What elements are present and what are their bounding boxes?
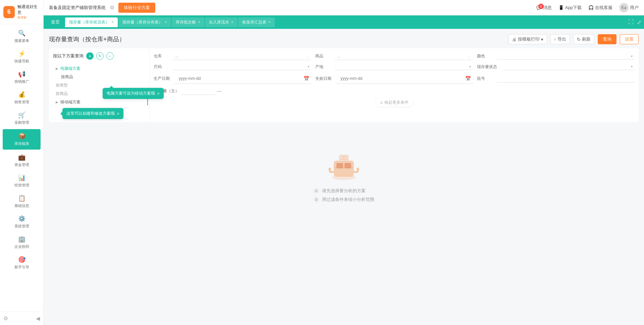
sidebar-item-finance[interactable]: 💼 资金管理: [0, 150, 43, 171]
page-title: 现存量查询（按仓库+商品）: [49, 35, 125, 43]
product-label: 商品: [315, 53, 332, 59]
empty-illustration: [324, 149, 364, 182]
main-content: 装备及固定资产辅助管理系统 ⚙ 体验行业方案 💬 6 消息 📱 App下载 🎧 …: [44, 0, 644, 325]
sidebar-item-marketing[interactable]: 📢 营销推广: [0, 67, 43, 88]
sidebar-item-system[interactable]: ⚙️ 系统管理: [0, 212, 43, 232]
select-chevron-icon: ▾: [631, 54, 633, 58]
sidebar-item-inventory[interactable]: 📦 库存核算: [3, 129, 41, 150]
box-icon: 📦: [18, 132, 25, 140]
app-download-button[interactable]: 📱 App下载: [558, 5, 582, 11]
color-select[interactable]: ▾: [496, 53, 635, 60]
gear-icon: ⚙️: [18, 215, 25, 222]
tooltip-scheme-mobile: 电脑方案可设为移动方案哦 ×: [103, 88, 164, 99]
sidebar-bottom: ⚙ ◀: [0, 312, 43, 325]
filter-size: 尺码 ▾: [154, 63, 311, 70]
calendar-icon-2[interactable]: 📅: [465, 76, 471, 81]
inv-status-chevron: ▾: [631, 65, 633, 68]
message-button[interactable]: 💬 6 消息: [536, 5, 552, 11]
export-icon: ↑: [554, 37, 556, 42]
tab-close-icon[interactable]: ×: [165, 20, 167, 24]
empty-state: ① 请先选择要分析的方案 ② 用过滤条件来缩小分析范围: [49, 122, 639, 229]
sidebar-item-guide[interactable]: 🎯 新手引导: [0, 253, 43, 273]
query-button[interactable]: 查询: [598, 34, 616, 44]
refresh-button[interactable]: ↻ 刷新: [573, 34, 594, 44]
online-support-button[interactable]: 🎧 在线客服: [588, 5, 612, 11]
filter-product: 商品 ... …: [315, 52, 473, 60]
sidebar-item-search-menu[interactable]: 🔍 搜索菜单: [0, 26, 43, 47]
sidebar-item-operations[interactable]: 📊 经营管理: [0, 171, 43, 191]
expiry-date-input[interactable]: [338, 75, 464, 82]
filter-inventory-status: 现存量状态 ▾: [477, 63, 635, 70]
arrow-scheme-button[interactable]: ←: [106, 52, 114, 60]
size-select[interactable]: ▾: [173, 63, 311, 70]
scheme-category-text: 按商品: [56, 91, 68, 97]
product-select[interactable]: ... …: [335, 52, 473, 60]
chart-icon: 📊: [18, 174, 25, 181]
tooltip-close-2-icon[interactable]: ×: [117, 111, 119, 116]
tab-close-icon[interactable]: ×: [111, 20, 114, 24]
tab-inventory-status[interactable]: 现存量（库存状况表） ×: [65, 17, 118, 27]
chevron-down-icon: ▾: [541, 37, 543, 42]
scheme-desktop-sub1[interactable]: 按商品: [53, 73, 145, 81]
scheme-mobile[interactable]: ▶ 移动端方案: [53, 98, 145, 106]
inventory-status-select[interactable]: ▾: [503, 63, 635, 70]
tab-inout-flow[interactable]: 出入库流水 ×: [205, 17, 237, 27]
batch-input[interactable]: [496, 75, 635, 83]
sidebar-item-basics[interactable]: 📋 基础信息: [0, 191, 43, 212]
building-icon: 🏢: [18, 235, 25, 243]
settings-bottom-icon[interactable]: ⚙: [3, 315, 8, 322]
export-button[interactable]: ↑ 导出: [550, 34, 570, 44]
header: 装备及固定资产辅助管理系统 ⚙ 体验行业方案 💬 6 消息 📱 App下载 🎧 …: [44, 0, 644, 15]
tip-num-1: ①: [313, 188, 319, 194]
header-right: 💬 6 消息 📱 App下载 🎧 在线客服 Ea 用户: [536, 3, 639, 12]
avatar: Ea: [619, 3, 629, 12]
tip-num-2: ②: [313, 197, 319, 203]
size-select-chevron: ▾: [308, 65, 309, 68]
scheme-desktop[interactable]: ▶ 电脑端方案: [53, 64, 145, 73]
origin-label: 产地: [315, 64, 332, 70]
sidebar-item-enterprise[interactable]: 🏢 企业协同: [0, 232, 43, 253]
refresh-scheme-button[interactable]: ↻: [96, 52, 104, 60]
add-scheme-button[interactable]: +: [86, 52, 94, 60]
user-menu[interactable]: Ea 用户: [619, 3, 639, 12]
print-button[interactable]: 🖨 按模板打印 ▾: [508, 34, 547, 44]
trial-button[interactable]: 体验行业方案: [118, 3, 155, 13]
settings-button[interactable]: 设置: [620, 34, 639, 44]
warehouse-label: 仓库: [154, 53, 170, 59]
sidebar-item-purchase[interactable]: 🛒 采购管理: [0, 108, 43, 128]
content-area: 现存量查询（按仓库+商品） 🖨 按模板打印 ▾ ↑ 导出 ↻ 刷新 查询 设置: [44, 29, 644, 325]
tab-home[interactable]: 首页: [46, 17, 64, 27]
tooltip-close-icon[interactable]: ×: [157, 91, 160, 96]
header-gear-icon[interactable]: ⚙: [110, 4, 114, 11]
sidebar-item-sales[interactable]: 💰 销售管理: [0, 88, 43, 108]
production-date-input[interactable]: [177, 75, 302, 82]
inventory-qty-from[interactable]: [182, 87, 215, 95]
production-date-input-wrap: 📅: [175, 73, 311, 84]
empty-icon-wrap: [324, 149, 364, 182]
tab-maximize-icon[interactable]: ⛶: [628, 19, 634, 25]
cart-icon: 🛒: [18, 111, 25, 119]
filter-origin: 产地 ▾: [315, 63, 473, 70]
tab-collect-summary[interactable]: 收发存汇总表 ×: [238, 17, 275, 27]
svg-point-11: [346, 157, 347, 158]
chevron-right-icon: ▶: [56, 67, 58, 70]
calendar-icon[interactable]: 📅: [304, 76, 309, 81]
warehouse-select[interactable]: ... …: [173, 52, 311, 60]
printer-icon: 🖨: [512, 37, 517, 42]
sidebar-logo-text: 畅通道好生意 标准版: [17, 4, 40, 20]
clipboard-icon: 📋: [18, 195, 25, 202]
origin-select[interactable]: ▾: [335, 63, 473, 70]
collapse-button[interactable]: ∧ 收起更多条件: [376, 98, 413, 107]
collapse-sidebar-icon[interactable]: ◀: [36, 315, 40, 322]
tab-fullscreen-icon[interactable]: ⤢: [637, 19, 641, 25]
tab-batch-account[interactable]: 库存批次账 ×: [172, 17, 204, 27]
sidebar-item-quick-nav[interactable]: ⚡ 快捷导航: [0, 47, 43, 67]
svg-point-10: [341, 157, 342, 158]
tab-inventory-dist[interactable]: 现存量（库存分布表） ×: [118, 17, 171, 27]
tab-close-icon[interactable]: ×: [231, 20, 233, 24]
filter-row-4: 现存量（主） —: [154, 87, 635, 95]
tab-close-icon[interactable]: ×: [198, 20, 200, 24]
tabs-right-actions: ⛶ ⤢: [628, 19, 641, 25]
tab-close-icon[interactable]: ×: [268, 20, 271, 24]
expiry-date-label: 失效日期: [315, 76, 334, 82]
